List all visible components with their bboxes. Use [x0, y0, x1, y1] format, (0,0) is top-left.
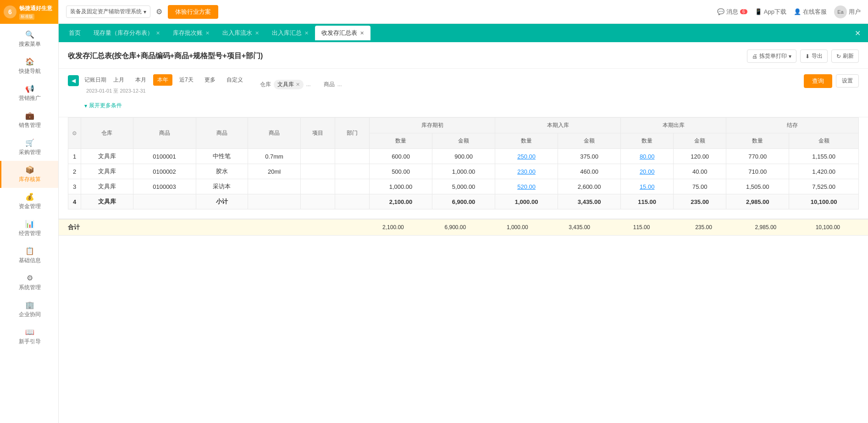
- user-item[interactable]: Ea 用户: [834, 5, 861, 18]
- row-out-amt: 75.00: [674, 179, 726, 194]
- topbar: 装备及固定资产辅助管理系统 ▾ ⚙ 体验行业方案 💬 消息 6 📱 App下载 …: [59, 0, 868, 24]
- row-in-amt: 2,600.00: [558, 179, 621, 194]
- row-opening-amt: 5,000.00: [432, 179, 495, 194]
- inventory-icon: 📦: [25, 165, 34, 174]
- table-settings-icon[interactable]: ⚙: [72, 130, 77, 137]
- row-code: 0100003: [133, 179, 196, 194]
- megaphone-icon: 📢: [25, 84, 34, 93]
- system-icon: ⚙: [27, 274, 33, 282]
- sidebar-item-finance[interactable]: 💰 资金管理: [0, 188, 58, 215]
- sidebar-item-guide[interactable]: 📖 新手引导: [0, 323, 58, 350]
- row-code: 0100001: [133, 149, 196, 164]
- row-out-amt: 120.00: [674, 149, 726, 164]
- basic-icon: 📋: [25, 247, 34, 255]
- message-item[interactable]: 💬 消息 6: [717, 8, 747, 16]
- tab-inout-summary-label: 出入库汇总: [272, 29, 302, 37]
- col-project-header: 项目: [301, 118, 335, 149]
- settings-icon[interactable]: ⚙: [154, 5, 164, 18]
- filter-expand-button[interactable]: ◀: [68, 75, 79, 86]
- row-out-qty[interactable]: 15.00: [621, 179, 674, 194]
- warehouse-more-btn[interactable]: ...: [306, 81, 311, 88]
- date-btn-this-month[interactable]: 本月: [131, 74, 150, 86]
- row-project: [301, 179, 335, 194]
- app-download-item[interactable]: 📱 App下载: [755, 8, 786, 16]
- col-closing-qty-header: 数量: [726, 133, 789, 149]
- tab-home[interactable]: 首页: [62, 26, 87, 40]
- trial-button[interactable]: 体验行业方案: [168, 5, 218, 19]
- footer-spacer-4: [300, 224, 362, 231]
- sidebar-item-marketing[interactable]: 📢 营销推广: [0, 80, 58, 107]
- tabbar-close-btn[interactable]: ✕: [851, 27, 864, 39]
- row-in-qty[interactable]: 520.00: [495, 179, 558, 194]
- tab-inventory-dist[interactable]: 现存量（库存分布表） ✕: [87, 26, 166, 40]
- sidebar-item-business[interactable]: 📊 经营管理: [0, 215, 58, 242]
- query-button[interactable]: 查询: [804, 74, 832, 88]
- date-btn-custom[interactable]: 自定义: [222, 74, 247, 86]
- sidebar-item-search[interactable]: 🔍 搜索菜单: [0, 26, 58, 53]
- col-name-header: 商品: [196, 118, 248, 149]
- print-button[interactable]: 🖨 拣货单打印 ▾: [747, 49, 796, 63]
- tab-collect-summary-close[interactable]: ✕: [360, 30, 364, 36]
- table-header-row-1: ⚙ 仓库 商品 商品 商品 项目 部门 库存期初 本期入库 本期出库 结存: [68, 118, 859, 133]
- sidebar-item-sales[interactable]: 💼 销售管理: [0, 107, 58, 134]
- message-icon: 💬: [717, 8, 724, 15]
- row-in-qty[interactable]: 230.00: [495, 164, 558, 179]
- sidebar-item-inventory[interactable]: 📦 库存核算: [0, 161, 58, 188]
- sidebar-item-basic[interactable]: 📋 基础信息: [0, 242, 58, 269]
- row-spec: [248, 179, 301, 194]
- sidebar-item-label-sales: 销售管理: [19, 121, 41, 129]
- message-label: 消息: [726, 8, 738, 16]
- sidebar-item-label-inventory: 库存核算: [19, 176, 41, 183]
- sidebar-item-enterprise[interactable]: 🏢 企业协同: [0, 296, 58, 323]
- tab-collect-summary[interactable]: 收发存汇总表 ✕: [315, 26, 370, 40]
- tab-batch[interactable]: 库存批次账 ✕: [166, 26, 216, 40]
- row-out-qty[interactable]: 80.00: [621, 149, 674, 164]
- row-in-qty[interactable]: 250.00: [495, 149, 558, 164]
- row-project: [301, 194, 335, 209]
- export-label: 导出: [812, 52, 823, 60]
- sidebar-item-purchase[interactable]: 🛒 采购管理: [0, 134, 58, 161]
- refresh-button[interactable]: ↻ 刷新: [831, 49, 859, 63]
- warehouse-tag-close-icon[interactable]: ✕: [296, 82, 300, 88]
- row-no: 2: [68, 164, 81, 179]
- sidebar-item-quicknav[interactable]: 🏠 快捷导航: [0, 53, 58, 80]
- row-no: 1: [68, 149, 81, 164]
- tab-inventory-dist-close[interactable]: ✕: [156, 30, 160, 36]
- date-btn-this-year[interactable]: 本年: [153, 74, 172, 86]
- row-name: 中性笔: [196, 149, 248, 164]
- row-name: 采访本: [196, 179, 248, 194]
- business-icon: 📊: [25, 220, 34, 228]
- row-in-qty: 1,000.00: [495, 194, 558, 209]
- date-btn-last-month[interactable]: 上月: [109, 74, 128, 86]
- date-btn-more[interactable]: 更多: [200, 74, 220, 86]
- page-title: 收发存汇总表(按仓库+商品编码+商品+规格型号+项目+部门): [68, 51, 263, 61]
- goods-more-btn[interactable]: ...: [337, 81, 342, 88]
- sidebar-item-label-system: 系统管理: [19, 284, 41, 291]
- row-warehouse: 文具库: [81, 179, 133, 194]
- filter-settings-button[interactable]: 设置: [836, 74, 859, 88]
- tab-batch-close[interactable]: ✕: [205, 30, 210, 36]
- export-button[interactable]: ⬇ 导出: [800, 49, 828, 63]
- col-opening-amt-header: 金额: [432, 133, 495, 149]
- col-opening-qty-header: 数量: [370, 133, 432, 149]
- system-selector[interactable]: 装备及固定资产辅助管理系统 ▾: [66, 5, 150, 18]
- online-service-item[interactable]: 👤 在线客服: [794, 8, 827, 16]
- row-in-amt: 460.00: [558, 164, 621, 179]
- row-closing-amt: 1,155.00: [789, 149, 859, 164]
- expand-more-row[interactable]: ▾ 展开更多条件: [84, 100, 798, 111]
- sidebar-item-system[interactable]: ⚙ 系统管理: [0, 269, 58, 296]
- row-warehouse: 文具库: [81, 164, 133, 179]
- row-code: 0100002: [133, 164, 196, 179]
- tab-inout-flow-close[interactable]: ✕: [255, 30, 259, 36]
- date-btn-7days[interactable]: 近7天: [175, 74, 198, 86]
- row-closing-qty: 770.00: [726, 149, 789, 164]
- tab-inout-summary[interactable]: 出入库汇总 ✕: [265, 26, 315, 40]
- tab-inout-flow[interactable]: 出入库流水 ✕: [216, 26, 265, 40]
- row-out-qty[interactable]: 20.00: [621, 164, 674, 179]
- tab-inout-summary-close[interactable]: ✕: [304, 30, 309, 36]
- row-dept: [335, 194, 370, 209]
- filter-bar: ◀ 记账日期 上月 本月 本年 近7天 更多 自定义 2023-01-01 至 …: [59, 69, 868, 117]
- logo-icon: 6: [4, 5, 17, 18]
- refresh-label: 刷新: [843, 52, 854, 60]
- col-opening-group-header: 库存期初: [370, 118, 495, 133]
